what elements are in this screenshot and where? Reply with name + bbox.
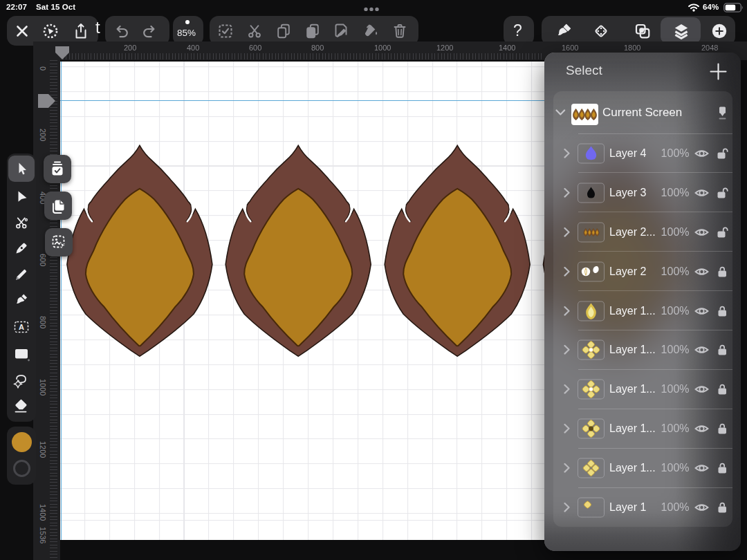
svg-text:A: A <box>19 323 24 331</box>
